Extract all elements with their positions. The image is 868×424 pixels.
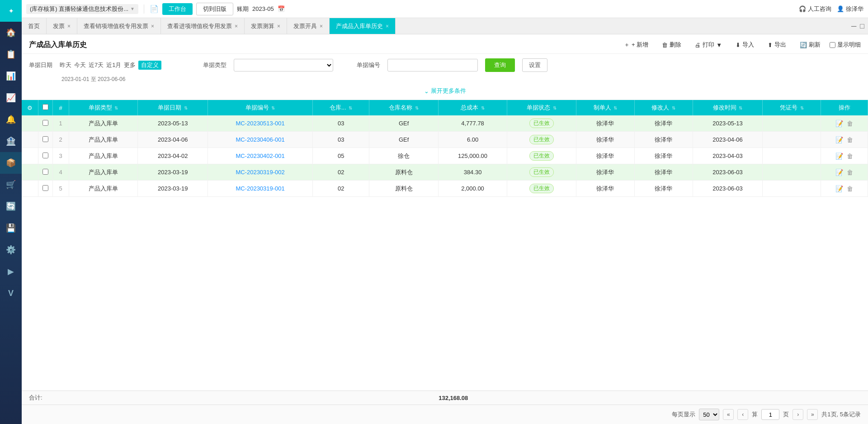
cell-checkbox-4[interactable]	[38, 181, 52, 197]
cell-checkbox-2[interactable]	[38, 148, 52, 164]
export-button[interactable]: ⬆ 导出	[763, 39, 791, 51]
workbench-button[interactable]: 工作台	[162, 3, 193, 15]
th-settings[interactable]: ⚙	[22, 100, 38, 115]
tab-home[interactable]: 首页	[22, 18, 47, 34]
cell-number-0[interactable]: MC-20230513-001	[208, 115, 313, 132]
switch-old-button[interactable]: 切到旧版	[196, 3, 233, 15]
th-voucher[interactable]: 凭证号 ⇅	[763, 100, 821, 115]
sidebar-item-home[interactable]: 🏠	[0, 22, 22, 43]
number-link-4[interactable]: MC-20230319-001	[236, 185, 284, 192]
sidebar-item-analytics[interactable]: 📈	[0, 87, 22, 109]
tab-invoice-close[interactable]: ×	[67, 23, 71, 29]
show-detail-checkbox[interactable]	[830, 42, 835, 48]
sidebar-item-inventory[interactable]: 📦	[0, 152, 22, 174]
page-size-select[interactable]: 50	[699, 409, 719, 420]
cell-checkbox-1[interactable]	[38, 132, 52, 148]
calendar-icon[interactable]: 📅	[278, 5, 285, 12]
setting-button[interactable]: 设置	[522, 58, 547, 72]
th-date[interactable]: 单据日期 ⇅	[138, 100, 208, 115]
delete-icon-2[interactable]: 🗑	[847, 152, 853, 160]
cell-checkbox-3[interactable]	[38, 164, 52, 181]
row-checkbox-3[interactable]	[42, 169, 48, 175]
row-checkbox-0[interactable]	[42, 120, 48, 126]
edit-icon-2[interactable]: 📝	[835, 152, 843, 160]
th-checkbox[interactable]	[38, 100, 52, 115]
first-page-button[interactable]: «	[723, 409, 734, 420]
query-button[interactable]: 查询	[485, 58, 515, 72]
tab-sales-vat[interactable]: 查看销项增值税专用发票 ×	[77, 18, 161, 34]
row-checkbox-2[interactable]	[42, 152, 48, 158]
number-link-2[interactable]: MC-20230402-001	[236, 152, 284, 159]
company-selector[interactable]: (库存核算) 直播轻缘通信息技术股份... ▼	[26, 4, 138, 14]
sidebar-item-operations[interactable]: 🔄	[0, 195, 22, 217]
sidebar-item-notifications[interactable]: 🔔	[0, 109, 22, 130]
help-button[interactable]: 🎧 人工咨询	[799, 5, 831, 13]
new-button[interactable]: ＋ + 新增	[619, 39, 653, 51]
refresh-button[interactable]: 🔄 刷新	[795, 39, 825, 51]
tab-purchase-vat-close[interactable]: ×	[235, 23, 238, 29]
next-page-button[interactable]: ›	[793, 409, 803, 420]
cell-number-2[interactable]: MC-20230402-001	[208, 148, 313, 164]
delete-button[interactable]: 🗑 删除	[657, 39, 686, 51]
tab-product-inbound[interactable]: 产成品入库单历史 ×	[330, 18, 396, 34]
date-custom[interactable]: 自定义	[138, 61, 161, 70]
cell-number-3[interactable]: MC-20230319-002	[208, 164, 313, 181]
tab-invoice-open[interactable]: 发票开具 ×	[287, 18, 330, 34]
edit-icon-0[interactable]: 📝	[835, 120, 843, 127]
row-checkbox-4[interactable]	[42, 185, 48, 191]
delete-icon-0[interactable]: 🗑	[847, 120, 853, 127]
row-checkbox-1[interactable]	[42, 136, 48, 142]
type-select[interactable]	[234, 59, 333, 71]
cell-number-4[interactable]: MC-20230319-001	[208, 181, 313, 197]
tab-product-inbound-close[interactable]: ×	[386, 23, 389, 29]
cell-checkbox-0[interactable]	[38, 115, 52, 132]
tab-sales-vat-close[interactable]: ×	[151, 23, 154, 29]
user-avatar[interactable]: 👤 徐泽华	[837, 5, 863, 13]
number-link-3[interactable]: MC-20230319-002	[236, 169, 284, 176]
th-warehouse-name[interactable]: 仓库名称 ⇅	[369, 100, 439, 115]
select-all-checkbox[interactable]	[42, 104, 48, 110]
edit-icon-3[interactable]: 📝	[835, 169, 843, 176]
number-link-0[interactable]: MC-20230513-001	[236, 120, 284, 127]
date-yesterday[interactable]: 昨天	[60, 61, 71, 69]
sidebar-item-finance[interactable]: 🏦	[0, 130, 22, 152]
tab-purchase-vat[interactable]: 查看进项增值税专用发票 ×	[161, 18, 245, 34]
sidebar-item-documents[interactable]: 📋	[0, 43, 22, 65]
sidebar-item-settings[interactable]: ⚙️	[0, 239, 22, 261]
tab-invoice-calc[interactable]: 发票测算 ×	[245, 18, 287, 34]
tab-invoice[interactable]: 发票 ×	[47, 18, 77, 34]
edit-icon-4[interactable]: 📝	[835, 185, 843, 192]
sidebar-item-purchase[interactable]: 🛒	[0, 174, 22, 195]
date-1month[interactable]: 近1月	[106, 61, 121, 69]
expand-more-button[interactable]: ⌄ 展开更多条件	[424, 87, 466, 95]
copy-icon[interactable]: 📄	[150, 5, 159, 13]
th-number[interactable]: 单据编号 ⇅	[208, 100, 313, 115]
delete-icon-4[interactable]: 🗑	[847, 185, 853, 192]
th-status[interactable]: 单据状态 ⇅	[507, 100, 576, 115]
tab-invoice-calc-close[interactable]: ×	[277, 23, 280, 29]
sidebar-item-reports[interactable]: 📊	[0, 65, 22, 87]
edit-icon-1[interactable]: 📝	[835, 136, 843, 143]
th-warehouse-code[interactable]: 仓库... ⇅	[313, 100, 369, 115]
tab-maximize-icon[interactable]: □	[860, 22, 864, 30]
sidebar-item-media[interactable]: ▶	[0, 261, 22, 282]
sidebar-item-version[interactable]: V	[0, 282, 22, 304]
print-button[interactable]: 🖨 打印 ▼	[690, 39, 726, 51]
date-more[interactable]: 更多	[124, 61, 136, 69]
date-7days[interactable]: 近7天	[89, 61, 104, 69]
sidebar-item-storage[interactable]: 💾	[0, 217, 22, 239]
show-detail-checkbox-label[interactable]: 显示明细	[830, 41, 861, 49]
number-link-1[interactable]: MC-20230406-001	[236, 136, 284, 143]
page-number-input[interactable]	[761, 409, 779, 420]
th-modify-time[interactable]: 修改时间 ⇅	[693, 100, 763, 115]
th-type[interactable]: 单据类型 ⇅	[69, 100, 138, 115]
tab-invoice-open-close[interactable]: ×	[320, 23, 323, 29]
th-total-cost[interactable]: 总成本 ⇅	[439, 100, 507, 115]
th-creator[interactable]: 制单人 ⇅	[576, 100, 634, 115]
tab-minimize-icon[interactable]: ─	[851, 22, 856, 30]
prev-page-button[interactable]: ‹	[737, 409, 748, 420]
date-today[interactable]: 今天	[74, 61, 86, 69]
th-modifier[interactable]: 修改人 ⇅	[634, 100, 693, 115]
last-page-button[interactable]: »	[807, 409, 818, 420]
delete-icon-1[interactable]: 🗑	[847, 136, 853, 143]
